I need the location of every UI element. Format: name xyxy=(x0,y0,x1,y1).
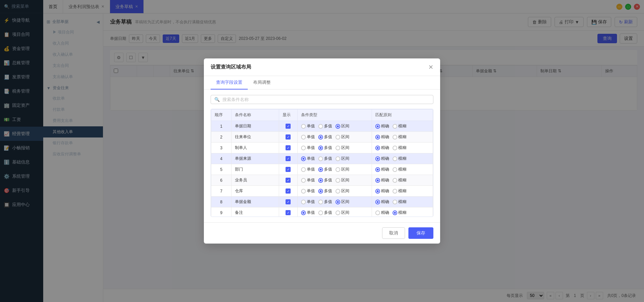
settings-modal: 设置查询区域布局 ✕ 查询字段设置 布局调整 🔍 xyxy=(204,58,440,244)
show-checkbox-1[interactable]: ✓ xyxy=(286,124,291,129)
modal-search-input[interactable] xyxy=(222,97,430,102)
modal-tabs: 查询字段设置 布局调整 xyxy=(204,76,440,90)
show-checkbox-9[interactable]: ✓ xyxy=(286,210,291,215)
table-row: 7 仓库 ✓ 单值 多值 区间 xyxy=(211,186,433,197)
modal-save-button[interactable]: 保存 xyxy=(408,227,433,239)
table-row: 5 部门 ✓ 单值 多值 区间 xyxy=(211,164,433,175)
show-checkbox-8[interactable]: ✓ xyxy=(286,199,291,204)
modal-footer: 取消 保存 xyxy=(204,222,440,244)
match-exact-1[interactable]: 精确 xyxy=(375,123,389,129)
modal-body: 🔍 顺序 条件名称 显示 条件类型 匹配原则 xyxy=(204,90,440,222)
modal-overlay[interactable]: 设置查询区域布局 ✕ 查询字段设置 布局调整 🔍 xyxy=(0,0,644,302)
show-checkbox-4[interactable]: ✓ xyxy=(286,156,291,161)
show-checkbox-7[interactable]: ✓ xyxy=(286,188,291,194)
show-checkbox-2[interactable]: ✓ xyxy=(286,134,291,140)
modal-title: 设置查询区域布局 xyxy=(211,64,251,70)
modal-close-button[interactable]: ✕ xyxy=(428,64,433,70)
modal-table: 顺序 条件名称 显示 条件类型 匹配原则 1 单据日期 ✓ xyxy=(211,109,433,217)
modal-tab-fields[interactable]: 查询字段设置 xyxy=(211,76,248,90)
table-row: 2 往来单位 ✓ 单值 多值 区间 xyxy=(211,132,433,143)
cond-single-1[interactable]: 单值 xyxy=(301,123,315,129)
table-row: 6 业务员 ✓ 单值 多值 区间 xyxy=(211,175,433,186)
match-fuzzy-1[interactable]: 模糊 xyxy=(393,123,406,129)
table-row: 9 备注 ✓ 单值 多值 区间 xyxy=(211,207,433,217)
modal-table-wrap: 顺序 条件名称 显示 条件类型 匹配原则 1 单据日期 ✓ xyxy=(211,109,433,217)
show-checkbox-5[interactable]: ✓ xyxy=(286,167,291,172)
cancel-button[interactable]: 取消 xyxy=(382,227,405,239)
show-checkbox-6[interactable]: ✓ xyxy=(286,178,291,183)
modal-search-box: 🔍 xyxy=(211,95,433,104)
table-row: 4 单据来源 ✓ 单值 多值 区间 xyxy=(211,153,433,164)
table-row: 8 单据金额 ✓ 单值 多值 区间 xyxy=(211,197,433,207)
cond-multi-1[interactable]: 多值 xyxy=(318,123,332,129)
modal-header: 设置查询区域布局 ✕ xyxy=(204,58,440,76)
cond-range-1[interactable]: 区间 xyxy=(336,123,349,129)
table-row: 1 单据日期 ✓ 单值 多值 区间 xyxy=(211,121,433,132)
modal-tab-layout[interactable]: 布局调整 xyxy=(248,76,276,90)
modal-search-icon: 🔍 xyxy=(214,97,220,102)
show-checkbox-3[interactable]: ✓ xyxy=(286,145,291,150)
table-row: 3 制单人 ✓ 单值 多值 区间 xyxy=(211,143,433,153)
